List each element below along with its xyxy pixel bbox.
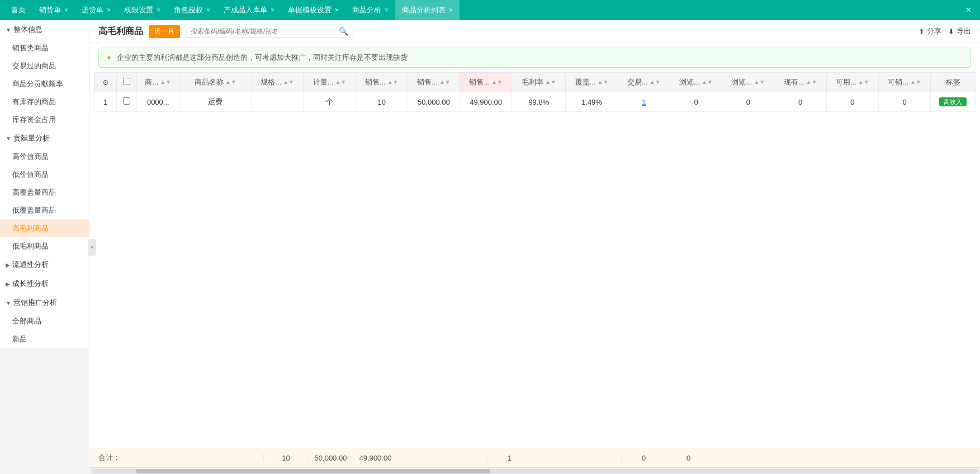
col-checkbox[interactable]	[117, 73, 137, 92]
col-name[interactable]: 商品名称 ▲▼	[179, 73, 251, 92]
row-select-checkbox[interactable]	[123, 97, 130, 105]
search-icon[interactable]: 🔍	[339, 27, 348, 36]
row-sales-qty: 10	[356, 92, 408, 112]
nav-tab-role[interactable]: 角色授权 ×	[167, 0, 217, 20]
row-transaction: 1	[618, 92, 670, 112]
nav-tab-analysis[interactable]: 商品分析 ×	[345, 0, 395, 20]
nav-tab-permission[interactable]: 权限设置 ×	[117, 0, 167, 20]
sort-icon: ▲▼	[439, 79, 451, 85]
data-table: ⚙ 商... ▲▼	[94, 72, 976, 112]
row-name: 运费	[179, 92, 251, 112]
sidebar-item-new-goods[interactable]: 新品	[0, 330, 89, 348]
sidebar-group-marketing[interactable]: ▼ 营销推广分析	[0, 293, 89, 312]
sidebar-group-overall[interactable]: ▼ 整体信息	[0, 20, 89, 39]
row-view1: 0	[670, 92, 722, 112]
sidebar-item-high-value[interactable]: 高价值商品	[0, 148, 89, 166]
close-icon[interactable]: ×	[107, 6, 111, 14]
footer-sales-qty: 10	[263, 454, 308, 462]
footer-label: 合计：	[98, 453, 120, 463]
col-saleable-stock[interactable]: 可销... ▲▼	[878, 73, 930, 92]
sidebar: ▼ 整体信息 销售类商品 交易过的商品 商品分贡献频率 有库存的商品 库存资金占…	[0, 20, 89, 348]
horizontal-scrollbar[interactable]	[89, 467, 980, 474]
window-close-button[interactable]: ×	[962, 5, 976, 15]
transaction-link[interactable]: 1	[642, 98, 646, 106]
sidebar-item-stock-capital[interactable]: 库存资金占用	[0, 111, 89, 129]
col-view1[interactable]: 浏览... ▲▼	[670, 73, 722, 92]
scrollbar-track[interactable]	[92, 469, 978, 473]
chevron-down-icon: ▼	[6, 135, 11, 142]
col-unit[interactable]: 计量... ▲▼	[304, 73, 356, 92]
close-icon[interactable]: ×	[206, 6, 210, 14]
row-coverage: 1.49%	[566, 92, 618, 112]
row-unit: 个	[304, 92, 356, 112]
period-button[interactable]: 近一月	[149, 25, 180, 38]
sidebar-item-low-coverage[interactable]: 低覆盖量商品	[0, 201, 89, 219]
close-icon[interactable]: ×	[385, 6, 389, 14]
col-transaction[interactable]: 交易... ▲▼	[618, 73, 670, 92]
row-sales-amount: 50,000.00	[408, 92, 460, 112]
share-button[interactable]: ⬆ 分享	[919, 26, 941, 36]
search-input[interactable]	[191, 27, 335, 35]
col-sales-qty[interactable]: 销售... ▲▼	[356, 73, 408, 92]
close-icon[interactable]: ×	[335, 6, 339, 14]
col-settings[interactable]: ⚙	[94, 73, 117, 92]
sidebar-item-low-margin[interactable]: 低毛利商品	[0, 237, 89, 255]
sidebar-item-high-coverage[interactable]: 高覆盖量商品	[0, 184, 89, 201]
nav-tab-product-in[interactable]: 产成品入库单 ×	[217, 0, 281, 20]
sort-icon: ▲▼	[650, 79, 661, 85]
sidebar-group-liquidity[interactable]: ▶ 流通性分析	[0, 255, 89, 274]
sidebar-item-high-margin[interactable]: 高毛利商品	[0, 219, 89, 237]
col-available-stock[interactable]: 可用... ▲▼	[826, 73, 878, 92]
sidebar-item-stock-goods[interactable]: 有库存的商品	[0, 93, 89, 111]
nav-tab-analysis-list[interactable]: 商品分析列表 ×	[395, 0, 460, 20]
nav-tab-template[interactable]: 单据模板设置 ×	[281, 0, 345, 20]
footer-transaction: 1	[487, 454, 532, 462]
sidebar-item-sales-goods[interactable]: 销售类商品	[0, 39, 89, 57]
col-current-stock[interactable]: 现有... ▲▼	[774, 73, 826, 92]
col-sales-amount[interactable]: 销售... ▲▼	[408, 73, 460, 92]
footer-available-stock: 0	[666, 454, 711, 462]
sidebar-group-contribution[interactable]: ▼ 贡献量分析	[0, 129, 89, 148]
nav-tab-purchase[interactable]: 进货单 ×	[75, 0, 117, 20]
sidebar-item-low-value[interactable]: 低价值商品	[0, 166, 89, 184]
sidebar-item-all-goods[interactable]: 全部商品	[0, 312, 89, 330]
sort-icon: ▲▼	[806, 79, 817, 85]
sidebar-collapse-button[interactable]: «	[88, 239, 96, 256]
sidebar-group-growth[interactable]: ▶ 成长性分析	[0, 274, 89, 293]
col-tag[interactable]: 标签	[931, 73, 976, 92]
tag-badge: 高收入	[939, 97, 967, 106]
col-sales-cost[interactable]: 销售... ▲▼	[460, 73, 512, 92]
sidebar-item-traded-goods[interactable]: 交易过的商品	[0, 57, 89, 75]
close-icon[interactable]: ×	[157, 6, 160, 14]
col-spec[interactable]: 规格... ▲▼	[251, 73, 303, 92]
header-actions: ⬆ 分享 ⬇ 导出	[919, 26, 971, 36]
select-all-checkbox[interactable]	[123, 78, 130, 85]
info-banner: ✦ 企业的主要的利润都是这部分商品创造的，可考虑加大推广，同时关注库存是不要出现…	[98, 48, 971, 68]
close-icon[interactable]: ×	[271, 6, 274, 14]
row-current-stock: 0	[774, 92, 826, 112]
col-margin[interactable]: 毛利率 ▲▼	[512, 73, 566, 92]
chevron-right-icon: ▶	[6, 262, 10, 268]
scrollbar-thumb[interactable]	[136, 469, 490, 473]
nav-tab-sales[interactable]: 销货单 ×	[32, 0, 75, 20]
sidebar-item-contribution-rate[interactable]: 商品分贡献频率	[0, 75, 89, 93]
row-tag: 高收入	[931, 92, 976, 112]
sort-icon: ▲▼	[598, 79, 609, 85]
search-box: 🔍	[186, 25, 353, 38]
close-icon[interactable]: ×	[449, 6, 453, 14]
top-nav: 首页 销货单 × 进货单 × 权限设置 × 角色授权 × 产成品入库单 × 单据…	[0, 0, 980, 20]
row-checkbox[interactable]	[117, 92, 137, 112]
settings-icon[interactable]: ⚙	[102, 78, 109, 87]
sort-icon: ▲▼	[160, 79, 171, 85]
export-button[interactable]: ⬇ 导出	[948, 26, 971, 36]
nav-tab-home[interactable]: 首页	[4, 0, 32, 20]
col-coverage[interactable]: 覆盖... ▲▼	[566, 73, 618, 92]
row-sales-cost: 49,900.00	[460, 92, 512, 112]
close-icon[interactable]: ×	[64, 6, 68, 14]
row-spec	[251, 92, 303, 112]
col-code[interactable]: 商... ▲▼	[137, 73, 180, 92]
sort-icon: ▲▼	[702, 79, 713, 85]
table-container[interactable]: ⚙ 商... ▲▼	[89, 72, 980, 448]
sort-icon: ▲▼	[283, 79, 294, 85]
col-view2[interactable]: 浏览... ▲▼	[722, 73, 774, 92]
